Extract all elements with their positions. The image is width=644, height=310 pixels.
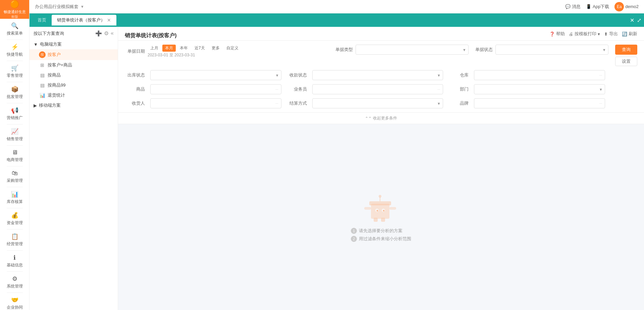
close-window-icon[interactable]: ✕ (630, 17, 634, 23)
app-title: 畅捷通好生意 (4, 9, 26, 14)
sidebar-item-5[interactable]: 📈销售管理 (7, 124, 23, 146)
sidebar-item-12[interactable]: ⚙系统管理 (7, 272, 23, 293)
sidebar-icon-11: ℹ (13, 254, 16, 261)
tab-sales-stats[interactable]: 销货单统计表（按客户） ✕ (52, 15, 116, 25)
tree-child-customer-goods[interactable]: ⊞ 按客户+商品 (30, 60, 118, 70)
tree-child-by-customer[interactable]: 按 按客户 (30, 49, 118, 60)
user-avatar-area[interactable]: Ea demo2 (614, 2, 639, 11)
maximize-icon[interactable]: ⤢ (637, 17, 641, 23)
close-tab-icon[interactable]: ✕ (107, 17, 111, 23)
page-title: 销货单统计表(按客户) (125, 32, 177, 39)
payment-status-label: 收款状态 (287, 72, 307, 78)
tree-parent-pc[interactable]: ▼ 电脑端方案 (30, 39, 118, 49)
collapse-btn[interactable]: ⌃⌃ 收起更多条件 (365, 115, 397, 121)
sidebar-item-4[interactable]: 📢营销推广 (7, 103, 23, 124)
date-more-btn[interactable]: 更多 (209, 45, 222, 52)
stock-status-label: 出库状态 (125, 72, 145, 78)
tree-child-goods99[interactable]: ▤ 按商品99 (30, 80, 118, 90)
sidebar-item-2[interactable]: 🛒零售管理 (7, 61, 23, 82)
salesperson-label: 业务员 (287, 86, 307, 92)
chevron-down-icon[interactable]: ▾ (81, 4, 84, 9)
svg-point-5 (383, 210, 385, 212)
sidebar-icon-12: ⚙ (12, 275, 17, 282)
query-btn[interactable]: 查询 (615, 45, 637, 55)
sidebar-label-11: 基础信息 (7, 262, 23, 268)
window-controls: ✕ ⤢ (630, 17, 641, 23)
export-icon: ⬆ (604, 32, 608, 37)
active-scheme-icon: 按 (39, 51, 46, 58)
svg-rect-8 (364, 207, 371, 210)
app-logo: 🟠 畅捷通好生意 标版 (0, 0, 29, 19)
sidebar-item-10[interactable]: 📋经营管理 (7, 229, 23, 251)
date-custom-btn[interactable]: 自定义 (224, 45, 241, 52)
order-type-label: 单据类型 (333, 47, 353, 53)
sidebar-item-6[interactable]: 🖥电商管理 (7, 146, 23, 166)
receiver-dots: ··· (275, 102, 278, 105)
salesperson-select[interactable]: ··· (312, 84, 443, 94)
warehouse-label: 仓库 (448, 72, 469, 78)
date-last-month-btn[interactable]: 上月 (148, 45, 161, 52)
svg-rect-1 (369, 201, 391, 205)
sidebar-icon-0: 🔍 (11, 22, 18, 30)
add-scheme-icon[interactable]: ➕ (95, 30, 102, 37)
settings-btn[interactable]: 设置 (615, 57, 637, 66)
refresh-btn[interactable]: 🔄 刷新 (622, 31, 637, 37)
collapse-up-icon: ⌃⌃ (365, 116, 372, 121)
warehouse-select[interactable]: ··· (474, 70, 605, 80)
help-btn[interactable]: ❓ 帮助 (549, 31, 565, 37)
tab-home[interactable]: 首页 (32, 15, 52, 25)
date-this-year-btn[interactable]: 本年 (177, 45, 191, 52)
date-this-month-btn[interactable]: 本月 (162, 45, 176, 52)
collapse-panel-icon[interactable]: « (111, 30, 114, 37)
payment-status-arrow: ▾ (438, 73, 440, 78)
settlement-select[interactable]: ▾ (312, 98, 443, 108)
sidebar-item-9[interactable]: 💰资金管理 (7, 208, 23, 229)
settlement-label: 结算方式 (287, 100, 307, 106)
tree-child-return[interactable]: 📊 退货统计 (30, 90, 118, 100)
payment-status-select[interactable]: ▾ (312, 70, 443, 80)
brand-dots: ··· (599, 102, 602, 105)
order-type-arrow: ▾ (463, 47, 466, 52)
sidebar-item-8[interactable]: 📊库存核算 (7, 187, 23, 208)
brand-select[interactable]: ··· (474, 98, 605, 108)
order-status-select[interactable]: ▾ (495, 45, 608, 55)
receiver-select[interactable]: ··· (150, 98, 281, 108)
order-type-select[interactable]: ▾ (356, 45, 469, 55)
department-label: 部门 (448, 86, 469, 92)
hint-text-2: 用过滤条件来缩小分析范围 (359, 236, 411, 242)
date-range-text: 2023-03-01 至 2023-03-31 (148, 52, 329, 58)
sidebar-icon-9: 💰 (11, 212, 18, 219)
hint-item-2: 2 用过滤条件来缩小分析范围 (351, 236, 411, 242)
avatar: Ea (614, 2, 624, 11)
goods-label: 商品 (125, 86, 145, 92)
app-subtitle: 标版 (11, 14, 18, 19)
sidebar-label-8: 库存核算 (7, 199, 23, 205)
print-dropdown-icon[interactable]: ▾ (598, 32, 600, 37)
date-last-7days-btn[interactable]: 近7天 (192, 45, 208, 52)
svg-rect-10 (374, 218, 378, 222)
industry-label: 办公用品行业模拟账套 (35, 4, 78, 10)
department-select[interactable]: ▾ (474, 84, 605, 94)
sidebar-item-11[interactable]: ℹ基础信息 (7, 251, 23, 272)
print-btn[interactable]: 🖨 按模板打印 ▾ (569, 31, 600, 37)
order-status-arrow: ▾ (603, 47, 605, 52)
goods-select[interactable]: ··· (150, 84, 281, 94)
tab-sales-stats-label: 销货单统计表（按客户） (57, 17, 105, 23)
sidebar-icon-5: 📈 (11, 128, 18, 135)
sidebar-label-6: 电商管理 (7, 157, 23, 163)
message-btn[interactable]: 💬 消息 (565, 4, 581, 10)
tree-parent-mobile[interactable]: ▶ 移动端方案 (30, 100, 118, 110)
sidebar-item-3[interactable]: 📦批发管理 (7, 82, 23, 103)
settings-scheme-icon[interactable]: ⚙ (104, 30, 109, 37)
sidebar-item-0[interactable]: 🔍搜索菜单 (7, 19, 23, 40)
export-btn[interactable]: ⬆ 导出 (604, 31, 618, 37)
sidebar-item-1[interactable]: ⚡快捷导航 (7, 40, 23, 61)
sidebar-icon-13: 🤝 (11, 296, 18, 304)
tree-child-goods[interactable]: ▤ 按商品 (30, 70, 118, 80)
sidebar-item-13[interactable]: 🤝企业协同 (7, 293, 23, 310)
stock-status-select[interactable]: ▾ (150, 70, 281, 80)
tab-bar: 首页 销货单统计表（按客户） ✕ ✕ ⤢ (30, 13, 644, 27)
sidebar-item-7[interactable]: 🛍采购管理 (7, 166, 23, 187)
app-download-btn[interactable]: 📱 App下载 (586, 4, 609, 10)
svg-rect-11 (381, 218, 385, 222)
